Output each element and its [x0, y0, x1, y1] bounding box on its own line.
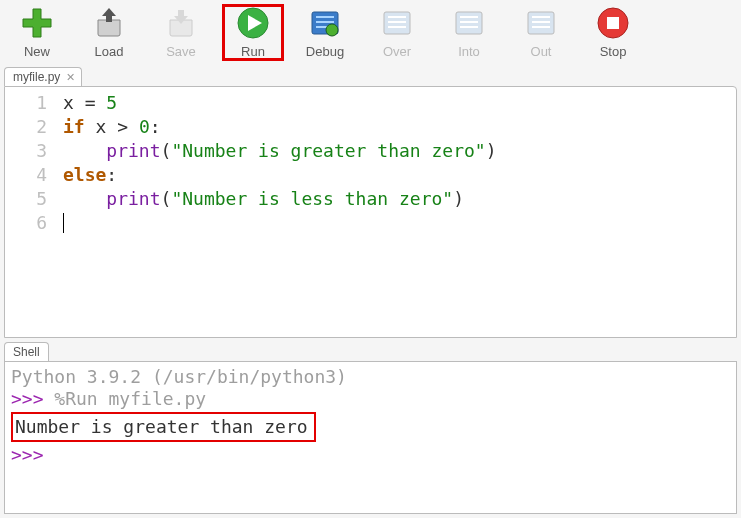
shell-prompt: >>> — [11, 388, 44, 409]
svg-point-2 — [326, 24, 338, 36]
code-line: x = 5 — [63, 91, 497, 115]
save-icon — [164, 6, 198, 40]
code-line: print("Number is greater than zero") — [63, 139, 497, 163]
editor-tabs: myfile.py ✕ — [0, 61, 741, 86]
line-number: 1 — [11, 91, 47, 115]
code-line: if x > 0: — [63, 115, 497, 139]
code-editor[interactable]: 1 2 3 4 5 6 x = 5if x > 0: print("Number… — [4, 86, 737, 338]
tab-shell[interactable]: Shell — [4, 342, 49, 361]
shell-panel[interactable]: Python 3.9.2 (/usr/bin/python3) >>> %Run… — [4, 361, 737, 514]
stop-label: Stop — [600, 44, 627, 59]
line-number: 2 — [11, 115, 47, 139]
code-content[interactable]: x = 5if x > 0: print("Number is greater … — [57, 87, 503, 337]
code-line: else: — [63, 163, 497, 187]
out-button[interactable]: Out — [512, 6, 570, 59]
stop-button[interactable]: Stop — [584, 6, 642, 59]
out-label: Out — [531, 44, 552, 59]
step-over-icon — [380, 6, 414, 40]
shell-command: %Run myfile.py — [44, 388, 207, 409]
svg-rect-7 — [607, 17, 619, 29]
shell-output-highlight: Number is greater than zero — [11, 412, 316, 442]
shell-output: Number is greater than zero — [15, 416, 308, 437]
toolbar: New Load Save Run Debug Over Into — [0, 0, 741, 61]
over-label: Over — [383, 44, 411, 59]
shell-version: Python 3.9.2 (/usr/bin/python3) — [11, 366, 730, 388]
cursor — [63, 213, 64, 233]
tab-myfile[interactable]: myfile.py ✕ — [4, 67, 82, 86]
shell-line: >>> %Run myfile.py — [11, 388, 730, 410]
debug-label: Debug — [306, 44, 344, 59]
line-gutter: 1 2 3 4 5 6 — [5, 87, 57, 337]
shell-tab-label: Shell — [13, 345, 40, 359]
debug-icon — [308, 6, 342, 40]
play-icon — [236, 6, 270, 40]
stop-icon — [596, 6, 630, 40]
plus-icon — [20, 6, 54, 40]
over-button[interactable]: Over — [368, 6, 426, 59]
tab-filename: myfile.py — [13, 70, 60, 84]
step-out-icon — [524, 6, 558, 40]
shell-tabs: Shell — [0, 338, 741, 361]
load-button[interactable]: Load — [80, 6, 138, 59]
shell-line: >>> — [11, 444, 730, 466]
into-button[interactable]: Into — [440, 6, 498, 59]
code-line: print("Number is less than zero") — [63, 187, 497, 211]
save-label: Save — [166, 44, 196, 59]
line-number: 5 — [11, 187, 47, 211]
run-button[interactable]: Run — [224, 6, 282, 59]
load-icon — [92, 6, 126, 40]
shell-prompt: >>> — [11, 444, 44, 465]
run-label: Run — [241, 44, 265, 59]
line-number: 3 — [11, 139, 47, 163]
new-button[interactable]: New — [8, 6, 66, 59]
new-label: New — [24, 44, 50, 59]
debug-button[interactable]: Debug — [296, 6, 354, 59]
save-button[interactable]: Save — [152, 6, 210, 59]
step-into-icon — [452, 6, 486, 40]
close-icon[interactable]: ✕ — [64, 71, 77, 84]
code-line — [63, 211, 497, 235]
line-number: 6 — [11, 211, 47, 235]
line-number: 4 — [11, 163, 47, 187]
load-label: Load — [95, 44, 124, 59]
into-label: Into — [458, 44, 480, 59]
